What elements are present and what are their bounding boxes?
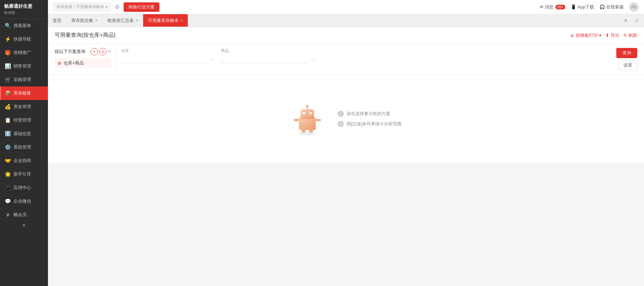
- empty-tip-2: 2 用[过滤]条件来缩小分析范围: [338, 121, 402, 127]
- tab-summary[interactable]: 收发存汇总表 ×: [103, 14, 143, 27]
- warehouse-input[interactable]: [121, 55, 209, 63]
- filter-settings-btn[interactable]: 设置: [618, 60, 637, 70]
- tab-home-label: 首页: [53, 18, 61, 24]
- tab-batch[interactable]: 库存批次账 ×: [67, 14, 103, 27]
- sidebar-item-quicknav[interactable]: ⚡ 快捷导航: [0, 32, 48, 46]
- sidebar-item-wechat[interactable]: 💬 企业微信: [0, 194, 48, 208]
- filter-sidebar: 按以下方案查询 + ⊙ « ⊕ 仓库+商品: [55, 48, 115, 70]
- breadcrumb[interactable]: 库存核算 / 可用量库存账本 ▾: [53, 3, 111, 11]
- tab-available[interactable]: 可用量库存账本 ×: [143, 14, 188, 27]
- tip-number-2: 2: [338, 121, 344, 127]
- app-download-item[interactable]: 📱 App下载: [571, 4, 594, 10]
- settings-scheme-btn[interactable]: ⊙: [99, 48, 107, 55]
- tip-text-1: 请先选择要分析的方案: [346, 111, 390, 117]
- svg-rect-0: [299, 117, 316, 130]
- empty-state-icon: [290, 102, 324, 136]
- svg-rect-1: [301, 109, 314, 119]
- sidebar-item-system[interactable]: ⚙️ 系统管理: [0, 140, 48, 154]
- print-chevron-icon: ▾: [599, 33, 601, 38]
- sidebar-item-purchase[interactable]: 🛒 采购管理: [0, 73, 48, 86]
- sidebar-item-search[interactable]: 🔍 搜索菜单: [0, 19, 48, 32]
- svg-rect-7: [309, 130, 313, 133]
- sidebar-item-appstore[interactable]: 📱 应用中心: [0, 181, 48, 194]
- tab-batch-close-icon[interactable]: ×: [95, 18, 98, 23]
- page-header: 可用量查询(按仓库+商品) 🖨 按模板打印 ▾ ⬆ 导出 ↻ 刷新: [48, 27, 644, 44]
- query-btn[interactable]: 查询: [616, 48, 637, 58]
- svg-point-12: [299, 133, 316, 135]
- filter-sidebar-icons: + ⊙ «: [91, 48, 111, 55]
- warehouse-input-row: ···: [121, 55, 215, 63]
- filter-area: 按以下方案查询 + ⊙ « ⊕ 仓库+商品: [48, 44, 644, 74]
- product-input[interactable]: [221, 55, 309, 63]
- print-label: 按模板打印: [576, 32, 598, 38]
- svg-point-5: [306, 105, 308, 107]
- chart-icon: 📊: [5, 63, 11, 69]
- sidebar-item-label: 营销推广: [14, 50, 31, 56]
- add-scheme-btn[interactable]: +: [91, 48, 98, 55]
- print-btn[interactable]: 🖨 按模板打印 ▾: [570, 32, 601, 38]
- online-service-item[interactable]: 🎧 在线客服: [599, 4, 624, 10]
- tab-summary-label: 收发存汇总表: [107, 18, 134, 24]
- service-icon: 🎧: [599, 4, 605, 9]
- star-icon: 🌟: [5, 171, 11, 177]
- tip-number-1: 1: [338, 111, 344, 117]
- sidebar-item-finance[interactable]: 💰 资金管理: [0, 100, 48, 113]
- cart-icon: 🛒: [5, 77, 11, 83]
- tab-home[interactable]: 首页: [48, 14, 67, 27]
- filter-main: 仓库 ··· 商品 ··· 查询 设置: [121, 48, 637, 70]
- filter-action-btns: 查询 设置: [616, 48, 637, 70]
- scheme-icon: ⊕: [57, 60, 61, 66]
- empty-state-content: 1 请先选择要分析的方案 2 用[过滤]条件来缩小分析范围: [290, 102, 402, 136]
- sidebar-scroll-down[interactable]: ▼: [0, 222, 48, 229]
- sidebar-item-basic[interactable]: ℹ️ 基础信息: [0, 127, 48, 140]
- scheme-label: 仓库+商品: [63, 60, 84, 66]
- sidebar-item-label: 搜索菜单: [14, 23, 31, 29]
- info-icon: ℹ️: [5, 131, 11, 137]
- filter-sidebar-header: 按以下方案查询 + ⊙ «: [55, 48, 111, 55]
- maximize-btn[interactable]: ⤢: [632, 16, 641, 25]
- sidebar-item-label: 畅会员: [14, 212, 27, 218]
- export-btn[interactable]: ⬆ 导出: [606, 32, 619, 38]
- collapse-btn[interactable]: «: [108, 48, 111, 55]
- product-filter-field: 商品 ···: [221, 48, 315, 63]
- tab-batch-label: 库存批次账: [71, 18, 93, 24]
- sidebar-item-member[interactable]: V 畅会员: [0, 208, 48, 222]
- tab-available-label: 可用量库存账本: [148, 18, 179, 24]
- topbar: 库存核算 / 可用量库存账本 ▾ ⚙ 体验行业方案 ✉ 消息 99+ 📱 App…: [48, 0, 644, 14]
- message-item[interactable]: ✉ 消息 99+: [540, 4, 565, 10]
- sidebar-item-operations[interactable]: 📋 经营管理: [0, 113, 48, 127]
- svg-rect-6: [302, 130, 306, 133]
- user-avatar-item[interactable]: Rit: [629, 2, 639, 12]
- svg-rect-3: [309, 112, 312, 114]
- breadcrumb-text: 库存核算 / 可用量库存账本: [56, 4, 104, 10]
- empty-tips: 1 请先选择要分析的方案 2 用[过滤]条件来缩小分析范围: [338, 111, 402, 127]
- message-badge: 99+: [556, 5, 565, 9]
- sidebar-item-sales[interactable]: 📊 销售管理: [0, 59, 48, 73]
- message-label: 消息: [545, 4, 553, 10]
- sidebar-item-label: 企业协同: [14, 158, 31, 164]
- breadcrumb-chevron-icon: ▾: [106, 5, 108, 9]
- sidebar-item-label: 快捷导航: [14, 36, 31, 42]
- tab-available-close-icon[interactable]: ×: [181, 18, 183, 23]
- sidebar-item-enterprise[interactable]: 🤝 企业协同: [0, 154, 48, 167]
- user-label: Rit: [632, 5, 637, 9]
- empty-tip-1: 1 请先选择要分析的方案: [338, 111, 402, 117]
- sidebar-item-inventory[interactable]: 📦 库存核算: [0, 86, 48, 100]
- avatar: Rit: [629, 2, 639, 12]
- sidebar-item-label: 经营管理: [14, 117, 31, 123]
- sidebar-item-label: 系统管理: [14, 144, 31, 150]
- topbar-gear-icon[interactable]: ⚙: [115, 4, 120, 10]
- tab-summary-close-icon[interactable]: ×: [136, 18, 138, 23]
- close-tab-btn[interactable]: ✕: [621, 16, 630, 25]
- sidebar-item-label: 应用中心: [14, 185, 31, 191]
- product-more-btn[interactable]: ···: [310, 56, 315, 62]
- experience-btn[interactable]: 体验行业方案: [124, 2, 159, 12]
- sidebar-item-label: 基础信息: [14, 131, 31, 137]
- product-input-row: ···: [221, 55, 315, 63]
- refresh-btn[interactable]: ↻ 刷新: [623, 32, 637, 38]
- sidebar-item-marketing[interactable]: 🎁 营销推广: [0, 46, 48, 59]
- warehouse-label: 仓库: [121, 48, 215, 54]
- sidebar-item-newbie[interactable]: 🌟 新手引导: [0, 167, 48, 181]
- scheme-item[interactable]: ⊕ 仓库+商品: [55, 58, 111, 68]
- warehouse-more-btn[interactable]: ···: [210, 56, 215, 62]
